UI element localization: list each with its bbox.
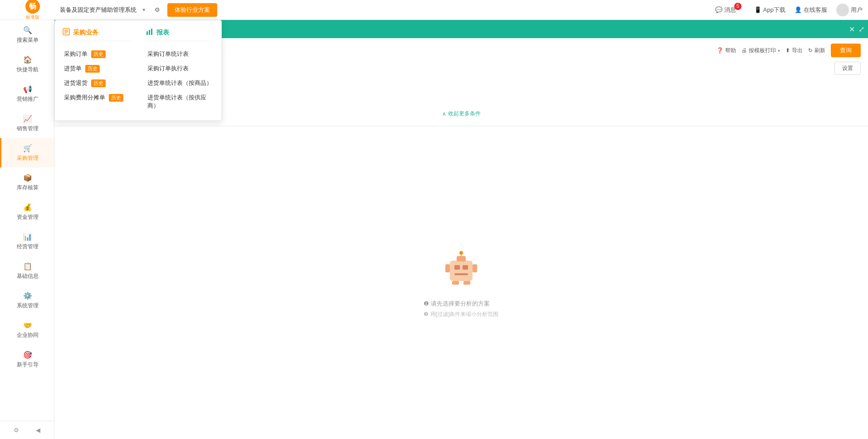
menu-item-purchase-fee[interactable]: 采购费用分摊单 历史 [62, 90, 131, 105]
empty-line2: ❷ 用[过滤]条件来缩小分析范围 [424, 311, 498, 318]
top-right: 💬 消息 5 📱 App下载 👤 在线客服 用户 [715, 4, 863, 16]
print-label: 按模板打印 [749, 47, 776, 54]
inbound-stats-goods-label: 进货单统计表（按商品） [147, 79, 212, 87]
inbound-return-badge: 历史 [91, 79, 106, 87]
sidebar-item-marketing[interactable]: 📢 营销推广 [0, 79, 54, 109]
sidebar-item-finance[interactable]: 💰 资金管理 [0, 197, 54, 227]
po-stats-label: 采购订单统计表 [147, 50, 189, 58]
purchase-fee-label: 采购费用分摊单 [64, 94, 105, 102]
menu-item-po-exec[interactable]: 采购订单执行表 [146, 61, 215, 76]
top-bar: 畅 标准版 装备及固定资产辅助管理系统 ▾ ⚙ 体验行业方案 💬 消息 5 📱 … [0, 0, 868, 20]
service-icon: 👤 [795, 6, 802, 13]
export-label: 导出 [792, 47, 803, 54]
sidebar-item-sales[interactable]: 📈 销售管理 [0, 109, 54, 138]
message-icon: 💬 [715, 6, 722, 13]
set-button[interactable]: 设置 [834, 62, 861, 75]
svg-rect-2 [463, 265, 468, 270]
tab-close-all-icon[interactable]: ✕ [849, 25, 855, 34]
sidebar-item-basic[interactable]: 📋 基础信息 [0, 256, 54, 286]
print-dropdown-arrow[interactable]: ▾ [778, 48, 780, 53]
sales-icon: 📈 [23, 114, 32, 123]
sidebar-item-label: 采购管理 [17, 154, 39, 162]
svg-rect-1 [454, 265, 460, 270]
sidebar-bottom: ⚙ ◀ [0, 421, 54, 439]
sidebar-item-label: 资金管理 [17, 213, 39, 221]
sidebar-item-inventory[interactable]: 📦 库存核算 [0, 168, 54, 197]
menu-item-po-stats[interactable]: 采购订单统计表 [146, 47, 215, 61]
user-avatar [836, 4, 849, 16]
menu-item-purchase-order[interactable]: 采购订单 历史 [62, 47, 131, 61]
system-title: 装备及固定资产辅助管理系统 [60, 6, 137, 14]
sidebar-item-search[interactable]: 🔍 搜索菜单 [0, 20, 54, 49]
po-exec-label: 采购订单执行表 [147, 64, 189, 73]
app-download-item[interactable]: 📱 App下载 [754, 6, 785, 14]
svg-rect-16 [149, 30, 150, 35]
purchase-reports-title: 报表 [146, 28, 215, 41]
sidebar-item-label: 快捷导航 [17, 66, 39, 74]
export-button[interactable]: ⬆ 导出 [785, 47, 803, 54]
industry-button[interactable]: 体验行业方案 [167, 3, 217, 17]
operations-icon: 📊 [23, 232, 32, 241]
svg-rect-8 [473, 264, 477, 272]
svg-rect-4 [457, 256, 466, 261]
system-settings-icon[interactable]: ⚙ [151, 4, 164, 16]
user-item[interactable]: 用户 [836, 4, 863, 16]
sidebar-item-label: 搜索菜单 [17, 36, 39, 44]
sidebar-item-quick-nav[interactable]: 🏠 快捷导航 [0, 49, 54, 79]
help-icon: ❓ [717, 47, 723, 54]
app-download-label: App下载 [763, 6, 785, 14]
purchase-order-label: 采购订单 [64, 50, 88, 58]
logo-area: 畅 标准版 [5, 0, 60, 20]
purchase-business-section: 采购业务 采购订单 历史 进货单 历史 进货退货 历史 采购费用分摊单 历史 [62, 28, 131, 113]
help-label: 帮助 [725, 47, 736, 54]
messages-item[interactable]: 💬 消息 5 [715, 6, 745, 14]
print-icon: 🖨 [741, 47, 747, 54]
sidebar-item-purchase[interactable]: 🛒 采购管理 [0, 138, 54, 168]
menu-item-inbound-stats-goods[interactable]: 进货单统计表（按商品） [146, 76, 215, 90]
finance-icon: 💰 [23, 202, 32, 212]
menu-item-inbound-stats-supplier[interactable]: 进货单统计表（按供应商） [146, 90, 215, 113]
marketing-icon: 📢 [23, 84, 32, 94]
sidebar-item-label: 销售管理 [17, 125, 39, 133]
inbound-return-label: 进货退货 [64, 79, 88, 87]
svg-rect-15 [146, 31, 148, 35]
query-button[interactable]: 查询 [831, 44, 861, 57]
reports-icon [146, 28, 154, 37]
sidebar-item-label: 库存核算 [17, 184, 39, 192]
menu-item-inbound-return[interactable]: 进货退货 历史 [62, 76, 131, 90]
sidebar-item-label: 基础信息 [17, 272, 39, 280]
svg-rect-17 [151, 29, 152, 35]
online-service-item[interactable]: 👤 在线客服 [795, 6, 827, 14]
sidebar-item-label: 系统管理 [17, 302, 39, 310]
sidebar-item-enterprise[interactable]: 🤝 企业协同 [0, 315, 54, 345]
purchase-business-icon [62, 28, 70, 37]
inbound-stats-supplier-label: 进货单统计表（按供应商） [147, 94, 213, 110]
sidebar-item-label: 经营管理 [17, 243, 39, 251]
system-dropdown-arrow[interactable]: ▾ [140, 6, 147, 14]
guide-icon: 🎯 [23, 350, 32, 359]
phone-icon: 📱 [754, 6, 761, 13]
export-icon: ⬆ [785, 47, 790, 54]
menu-item-inbound[interactable]: 进货单 历史 [62, 61, 131, 76]
purchase-fee-badge: 历史 [109, 94, 123, 102]
logo-icon: 畅 [25, 0, 40, 14]
home-icon: 🏠 [23, 55, 32, 64]
refresh-button[interactable]: ↻ 刷新 [808, 47, 825, 54]
help-button[interactable]: ❓ 帮助 [717, 47, 736, 54]
inbound-badge: 历史 [85, 65, 100, 73]
sidebar-item-operations[interactable]: 📊 经营管理 [0, 227, 54, 256]
tab-bar-right: ✕ ⤢ [849, 25, 864, 34]
sidebar-collapse-icon[interactable]: ◀ [36, 427, 40, 434]
sidebar-item-system[interactable]: ⚙️ 系统管理 [0, 286, 54, 315]
tab-expand-icon[interactable]: ⤢ [858, 25, 864, 34]
user-label: 用户 [851, 6, 863, 14]
empty-state: ❶ 请先选择要分析的方案 ❷ 用[过滤]条件来缩小分析范围 [54, 126, 868, 439]
enterprise-icon: 🤝 [23, 321, 32, 330]
svg-rect-10 [463, 281, 470, 285]
sidebar-settings-icon[interactable]: ⚙ [14, 427, 19, 434]
basic-icon: 📋 [23, 261, 32, 271]
sidebar-item-guide[interactable]: 🎯 新手引导 [0, 345, 54, 374]
svg-point-6 [459, 251, 463, 255]
print-button[interactable]: 🖨 按模板打印 ▾ [741, 47, 780, 54]
svg-rect-0 [450, 261, 473, 281]
